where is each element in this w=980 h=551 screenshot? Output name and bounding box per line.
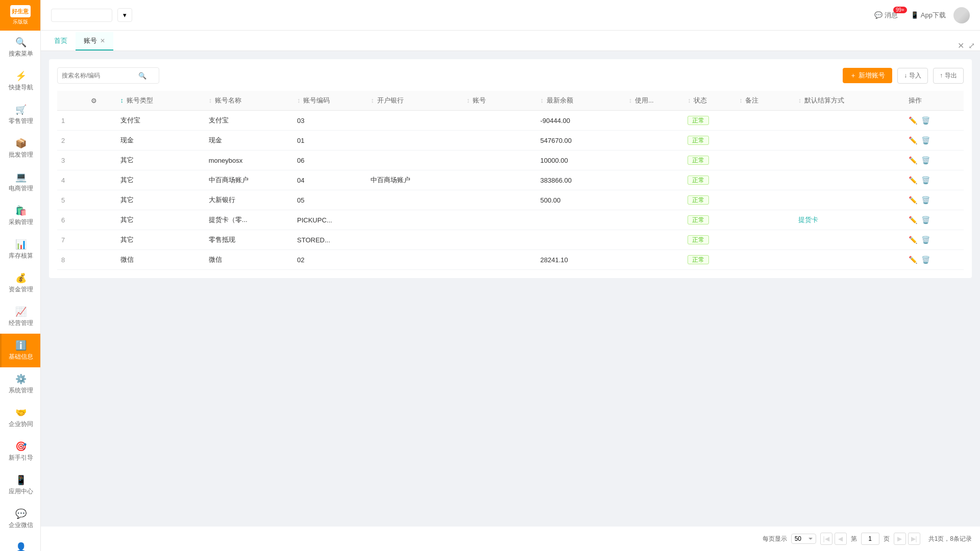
sidebar-item-appcenter[interactable]: 📱 应用中心 — [0, 468, 40, 502]
sidebar-item-wechat[interactable]: 💬 企业微信 — [0, 502, 40, 536]
cell-use — [625, 131, 684, 151]
sidebar-item-retail[interactable]: 🛒 零售管理 — [0, 98, 40, 132]
page-first-button[interactable]: |◀ — [820, 533, 832, 545]
page-input[interactable] — [861, 533, 879, 545]
toolbar-right: ＋ 新增账号 ↓ 导入 ↑ 导出 — [843, 68, 964, 84]
sort-icon-default: ↕ — [798, 96, 802, 104]
settings-icon[interactable]: ⚙ — [91, 97, 97, 105]
cell-settings — [87, 190, 116, 210]
search-box: 🔍 — [57, 67, 159, 84]
cell-name: 中百商场账户 — [205, 170, 293, 190]
top-search-input[interactable] — [51, 9, 112, 22]
col-header-status[interactable]: ↕ 状态 — [683, 91, 735, 111]
tab-home[interactable]: 首页 — [46, 32, 76, 51]
sort-icon-name: ↕ — [209, 96, 212, 104]
user-avatar[interactable] — [953, 7, 970, 23]
sidebar-item-member[interactable]: 👤 畅会员 — [0, 536, 40, 551]
cell-name: 现金 — [205, 131, 293, 151]
dropdown-button[interactable]: ▾ — [117, 8, 132, 22]
sidebar-item-wholesale[interactable]: 📦 批发管理 — [0, 132, 40, 165]
page-prev-button[interactable]: ◀ — [835, 533, 847, 545]
purchase-icon: 🛍️ — [15, 205, 27, 216]
col-header-notes[interactable]: ↕ 备注 — [735, 91, 794, 111]
content-area: 🔍 ＋ 新增账号 ↓ 导入 ↑ 导出 — [41, 51, 980, 526]
col-header-action: 操作 — [904, 91, 964, 111]
col-header-account[interactable]: ↕ 账号 — [462, 91, 536, 111]
sort-icon-account: ↕ — [467, 96, 470, 104]
edit-button[interactable]: ✏️ — [909, 236, 917, 244]
export-button[interactable]: ↑ 导出 — [933, 68, 964, 84]
col-header-use[interactable]: ↕ 使用... — [625, 91, 684, 111]
edit-button[interactable]: ✏️ — [909, 216, 917, 224]
edit-button[interactable]: ✏️ — [909, 176, 917, 184]
search-icon[interactable]: 🔍 — [138, 72, 146, 80]
logo-text-inner: 好生意 — [12, 8, 29, 15]
page-size-select[interactable]: 50 100 200 — [791, 534, 816, 544]
cell-status: 正常 — [683, 230, 735, 250]
col-header-name[interactable]: ↕ 账号名称 — [205, 91, 293, 111]
tab-account[interactable]: 账号 ✕ — [76, 32, 113, 51]
toolbar: 🔍 ＋ 新增账号 ↓ 导入 ↑ 导出 — [57, 67, 964, 84]
col-status-label: 状态 — [694, 96, 707, 104]
delete-button[interactable]: 🗑️ — [921, 236, 930, 244]
sidebar-item-system[interactable]: ⚙️ 系统管理 — [0, 367, 40, 401]
sidebar-item-guide[interactable]: 🎯 新手引导 — [0, 435, 40, 468]
cell-default — [794, 250, 905, 270]
cell-default — [794, 170, 905, 190]
delete-button[interactable]: 🗑️ — [921, 136, 930, 144]
cell-notes — [735, 131, 794, 151]
edit-button[interactable]: ✏️ — [909, 196, 917, 204]
sidebar-item-operations[interactable]: 📈 经营管理 — [0, 300, 40, 334]
status-badge: 正常 — [688, 255, 709, 264]
total-text: 共1页，8条记录 — [928, 535, 972, 543]
edit-button[interactable]: ✏️ — [909, 136, 917, 144]
import-button[interactable]: ↓ 导入 — [897, 68, 928, 84]
message-button[interactable]: 💬 消息 99+ — [869, 11, 903, 20]
cell-account — [462, 230, 536, 250]
col-header-bank[interactable]: ↕ 开户银行 — [366, 91, 462, 111]
tab-expand-icon[interactable]: ⤢ — [968, 41, 975, 51]
delete-button[interactable]: 🗑️ — [921, 196, 930, 204]
col-header-type[interactable]: ↕ 账号类型 — [116, 91, 205, 111]
delete-button[interactable]: 🗑️ — [921, 256, 930, 264]
sidebar-item-purchase[interactable]: 🛍️ 采购管理 — [0, 199, 40, 233]
cell-balance: -90444.00 — [536, 111, 624, 131]
delete-button[interactable]: 🗑️ — [921, 216, 930, 224]
edit-button[interactable]: ✏️ — [909, 116, 917, 124]
sidebar-item-inventory[interactable]: 📊 库存核算 — [0, 233, 40, 266]
page-next-button[interactable]: ▶ — [894, 533, 906, 545]
download-button[interactable]: 📱 App下载 — [911, 11, 946, 20]
sidebar-item-shortcut[interactable]: ⚡ 快捷导航 — [0, 64, 40, 98]
edit-button[interactable]: ✏️ — [909, 156, 917, 164]
sidebar-item-enterprise[interactable]: 🤝 企业协同 — [0, 401, 40, 435]
cell-type: 微信 — [116, 250, 205, 270]
delete-button[interactable]: 🗑️ — [921, 156, 930, 164]
edit-button[interactable]: ✏️ — [909, 256, 917, 264]
add-account-button[interactable]: ＋ 新增账号 — [843, 68, 892, 83]
sidebar-item-search[interactable]: 🔍 搜索菜单 — [0, 31, 40, 64]
action-buttons: ✏️ 🗑️ — [909, 256, 960, 264]
cell-bank — [366, 151, 462, 170]
col-header-default[interactable]: ↕ 默认结算方式 — [794, 91, 905, 111]
cell-default — [794, 111, 905, 131]
tab-close-all-icon[interactable]: ✕ — [958, 41, 964, 51]
sidebar-item-wholesale-label: 批发管理 — [9, 151, 33, 159]
delete-button[interactable]: 🗑️ — [921, 176, 930, 184]
cell-num: 5 — [57, 190, 87, 210]
sidebar-item-basic[interactable]: ℹ️ 基础信息 — [0, 334, 40, 367]
table-header-row: ⚙ ↕ 账号类型 ↕ 账号名称 ↕ 账号编码 — [57, 91, 964, 111]
sidebar-item-guide-label: 新手引导 — [9, 454, 33, 462]
sidebar-item-finance[interactable]: 💰 资金管理 — [0, 266, 40, 300]
page-last-button[interactable]: ▶| — [908, 533, 920, 545]
col-header-balance[interactable]: ↕ 最新余额 — [536, 91, 624, 111]
sidebar-item-ecommerce[interactable]: 💻 电商管理 — [0, 165, 40, 199]
col-header-settings[interactable]: ⚙ — [87, 91, 116, 111]
delete-button[interactable]: 🗑️ — [921, 116, 930, 124]
sort-icon-code: ↕ — [297, 96, 301, 104]
col-header-code[interactable]: ↕ 账号编码 — [293, 91, 366, 111]
col-use-label: 使用... — [635, 96, 654, 104]
tab-account-close[interactable]: ✕ — [100, 37, 105, 44]
sidebar-item-finance-label: 资金管理 — [9, 285, 33, 294]
action-buttons: ✏️ 🗑️ — [909, 176, 960, 184]
search-input[interactable] — [62, 72, 138, 79]
